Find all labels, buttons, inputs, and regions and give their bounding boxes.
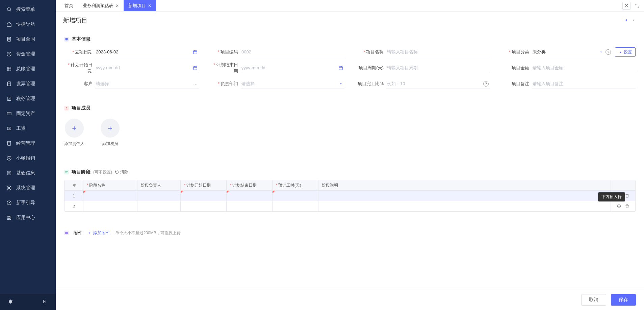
svg-point-12 [8, 187, 10, 189]
customer-input[interactable] [95, 79, 199, 89]
section-title: 基本信息 [72, 36, 91, 42]
tooltip: 下方插入行 [598, 192, 625, 201]
col-owner: 阶段负责人 [141, 183, 161, 188]
sidebar-item-label: 快捷导航 [16, 21, 35, 27]
sidebar-item-9[interactable]: 经营管理 [0, 136, 56, 151]
tab-0[interactable]: 首页 [60, 0, 78, 11]
close-icon[interactable]: ✕ [115, 3, 119, 8]
col-desc: 阶段说明 [322, 183, 338, 188]
dept-input[interactable] [241, 79, 344, 89]
prev-icon[interactable] [623, 17, 629, 23]
cell-end[interactable] [227, 201, 273, 211]
gear-icon[interactable] [71, 183, 77, 188]
svg-point-13 [7, 186, 11, 190]
sidebar-item-7[interactable]: 固定资产 [0, 106, 56, 121]
phase-table: 下方插入行 *阶段名称 阶段负责人 *计划开始日期 *计划结束日期 *预计工时(… [64, 180, 636, 212]
sidebar-item-1[interactable]: 快捷导航 [0, 17, 56, 32]
sidebar-item-6[interactable]: 税务管理 [0, 91, 56, 106]
tab-2[interactable]: 新增项目✕ [124, 0, 156, 11]
cell-start[interactable] [181, 201, 227, 211]
plan_end-input[interactable] [241, 63, 344, 73]
invoice-icon [6, 81, 12, 87]
expand-icon[interactable] [633, 2, 641, 10]
sidebar-footer [0, 293, 56, 310]
svg-point-8 [9, 128, 10, 129]
name-input[interactable] [386, 47, 490, 57]
cell-end[interactable] [227, 191, 273, 201]
cell-owner[interactable] [137, 201, 181, 211]
collapse-icon[interactable] [42, 299, 48, 305]
svg-rect-26 [65, 173, 66, 173]
svg-rect-18 [9, 218, 11, 219]
sidebar-item-10[interactable]: 小畅报销 [0, 151, 56, 166]
more-icon[interactable]: ⋯ [193, 81, 198, 87]
period-input[interactable] [386, 63, 490, 73]
plan_start-input[interactable] [95, 63, 199, 73]
cell-days[interactable] [273, 191, 318, 201]
help-icon[interactable]: ? [603, 49, 611, 55]
add-member-button[interactable]: ＋ [101, 119, 120, 138]
row-num: 2 [65, 201, 83, 211]
calendar-icon[interactable] [193, 50, 198, 54]
cell-days[interactable] [273, 201, 318, 211]
close-icon[interactable]: ✕ [148, 3, 151, 8]
save-button[interactable]: 保存 [611, 294, 636, 306]
cell-start[interactable] [181, 191, 227, 201]
field-label: *项目名称 [355, 49, 386, 55]
add-owner-button[interactable]: ＋ [65, 119, 84, 138]
sidebar-item-8[interactable]: 工资 [0, 121, 56, 136]
cell-owner[interactable] [137, 191, 181, 201]
clear-button[interactable]: 清除 [115, 169, 128, 175]
code-input[interactable] [241, 47, 344, 57]
chevron-down-icon[interactable] [599, 50, 603, 54]
amount-input[interactable] [532, 63, 636, 73]
remark-input[interactable] [532, 79, 636, 89]
config-button[interactable]: 设置 [615, 47, 636, 57]
cell-name[interactable] [83, 201, 137, 211]
gear-icon[interactable] [7, 299, 14, 305]
guide-icon [6, 200, 12, 206]
config-label: 设置 [624, 49, 632, 55]
tab-1[interactable]: 业务利润预估表✕ [78, 0, 124, 11]
sidebar-item-4[interactable]: 总账管理 [0, 62, 56, 76]
field-label: 项目周期(天) [355, 65, 386, 71]
chevron-down-icon[interactable] [338, 81, 343, 86]
cancel-button[interactable]: 取消 [581, 294, 606, 306]
section-title: 项目成员 [72, 105, 91, 111]
sidebar-item-5[interactable]: 发票管理 [0, 76, 56, 91]
col-days: 预计工时(天) [278, 183, 301, 188]
cell-name[interactable] [83, 191, 137, 201]
progress-input[interactable] [386, 79, 490, 89]
close-icon[interactable]: ✕ [622, 2, 630, 10]
setup_date-input[interactable] [95, 47, 199, 57]
sidebar-item-label: 新手引导 [16, 200, 35, 206]
folder-icon [64, 231, 69, 235]
biz-icon [6, 140, 12, 146]
doc-icon [6, 36, 12, 42]
add-attachment-button[interactable]: ＋ 添加附件 [87, 230, 110, 236]
help-icon[interactable]: ? [481, 81, 489, 87]
sidebar-item-12[interactable]: 系统管理 [0, 181, 56, 195]
salary-icon [6, 125, 12, 132]
info-icon [6, 170, 12, 176]
section-phase: 项目阶段 (可不设置) 清除 下方插入行 *阶段名称 阶段负责人 [63, 163, 637, 214]
calendar-icon[interactable] [338, 66, 343, 70]
insert-row-icon[interactable] [616, 204, 622, 209]
sidebar-item-13[interactable]: 新手引导 [0, 195, 56, 210]
sidebar-item-2[interactable]: 项目合同 [0, 32, 56, 47]
delete-row-icon[interactable] [624, 193, 630, 198]
sidebar-item-14[interactable]: 应用中心 [0, 210, 56, 225]
sidebar-item-11[interactable]: 基础信息 [0, 166, 56, 181]
svg-point-23 [66, 107, 67, 108]
field-label: *计划开始日期 [64, 62, 95, 74]
cell-desc[interactable] [318, 201, 611, 211]
add-member: ＋ 添加成员 [101, 119, 120, 147]
money-icon [6, 51, 12, 57]
sidebar-item-3[interactable]: 资金管理 [0, 47, 56, 62]
sidebar-item-0[interactable]: 搜索菜单 [0, 2, 56, 17]
cell-desc[interactable] [318, 191, 611, 201]
footer: 取消 保存 [56, 289, 644, 310]
calendar-icon[interactable] [193, 66, 198, 70]
delete-row-icon[interactable] [624, 204, 630, 209]
next-icon[interactable] [630, 17, 637, 23]
